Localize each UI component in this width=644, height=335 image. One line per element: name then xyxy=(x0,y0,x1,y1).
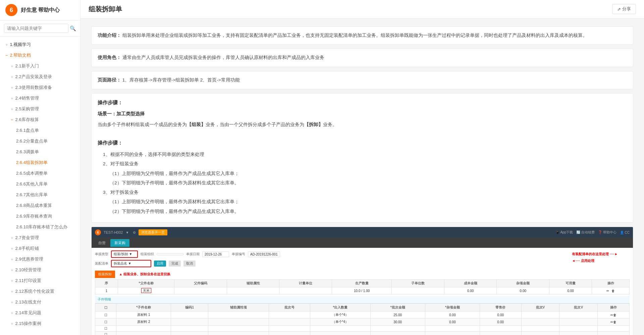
sidebar-item-2-6-4[interactable]: 2.6.4组装拆卸单 xyxy=(0,157,80,168)
nav-label-2-6: 2.6库存核算 xyxy=(15,117,39,123)
sidebar-item-2-1[interactable]: + 2.1新手入门 xyxy=(0,61,80,71)
sidebar-item-2-6-6[interactable]: 2.6.6其他入库单 xyxy=(0,179,80,189)
help-center: ❓ 帮助中心 xyxy=(598,230,616,235)
col-retail: 零售价 xyxy=(480,304,521,312)
nav-label-1: 1.视频学习 xyxy=(10,42,31,48)
sidebar-item-2-6-8[interactable]: 2.6.8商品成本重算 xyxy=(0,200,80,211)
nav-label-2-11: 2.11打印设置 xyxy=(15,278,41,284)
sidebar-item-2-10[interactable]: + 2.10经营管理 xyxy=(0,265,80,275)
feature-intro-text: 组装拆卸单用来处理企业组装或拆卸等加工业务，支持有固定装配清单的产品加工业务，也… xyxy=(122,33,587,38)
sidebar-item-2-15[interactable]: + 2.15操作案例 xyxy=(0,318,80,329)
step2-sub2: （2）下部明细为子件明细，最终作为原材料生成其它出库单。 xyxy=(110,179,627,187)
nav-label-2-9: 2.9优惠券管理 xyxy=(15,256,43,262)
path-text: 1、库存核算->库存管理->组装拆卸单 2、首页->常用功能 xyxy=(122,77,240,82)
sidebar-item-2-14[interactable]: + 2.14常见问题 xyxy=(0,308,80,318)
sidebar-item-2-6-9[interactable]: 2.6.9库存账本查询 xyxy=(0,211,80,222)
col-code1: 编码1 xyxy=(171,304,208,312)
field-value-bom[interactable]: 拆装品名 ▼ xyxy=(111,260,151,267)
col-batch-v1: 批次V xyxy=(521,304,559,312)
header-btn[interactable]: 浏览器新开一页 xyxy=(139,229,167,235)
confirm-btn[interactable]: 完成 xyxy=(169,261,181,267)
enable-btn[interactable]: 启用 xyxy=(154,261,166,267)
plus-icon: + xyxy=(5,42,8,47)
col-parent-code: 父件编码 xyxy=(174,280,227,287)
step2: 2、对于组装业务 xyxy=(103,160,627,168)
col-check: ☐ xyxy=(95,304,116,312)
row-ops-2[interactable]: ✏🗑 xyxy=(610,320,616,324)
feature-intro-block: 功能介绍： 组装拆卸单用来处理企业组装或拆卸等加工业务，支持有固定装配清单的产品… xyxy=(91,26,633,45)
sidebar-item-2-6-2[interactable]: 2.6.2分量盘点单 xyxy=(0,136,80,147)
app-logo: 6 xyxy=(95,229,101,235)
plus-icon-2-8: + xyxy=(11,246,13,251)
role-block: 使用角色： 通常由生产人员或库管人员完成拆装业务的操作，库管人员确认原材料的出库… xyxy=(91,49,633,67)
field-value-date[interactable]: 2019-12-26 xyxy=(202,252,229,257)
nav-tree: + 1.视频学习 − 2.帮助文档 + 2.1新手入门 + 2.2产品安装及登录… xyxy=(0,37,80,335)
sidebar-item-2[interactable]: − 2.帮助文档 xyxy=(0,50,80,61)
row-delete-icon[interactable]: 🗑 xyxy=(611,289,615,293)
minus-icon: − xyxy=(5,53,8,58)
sidebar-item-2-13[interactable]: + 2.13在线支付 xyxy=(0,297,80,308)
step1: 1、根据不同的业务，选择不同单据的类型来处理 xyxy=(103,151,627,159)
path-label: 页面路径： xyxy=(98,77,121,82)
sidebar-item-2-7[interactable]: + 2.7资金管理 xyxy=(0,232,80,243)
cancel-form-btn[interactable]: 取消 xyxy=(183,261,196,267)
plus-icon-2-14: + xyxy=(11,311,13,316)
scene1-title: 场景一：加工类型选择 xyxy=(98,110,627,118)
sidebar-item-2-12[interactable]: + 2.12系统个性化设置 xyxy=(0,286,80,297)
sidebar-item-2-6-1[interactable]: 2.6.1盘点单 xyxy=(0,125,80,136)
sidebar-item-2-6[interactable]: − 2.6库存核算 xyxy=(0,114,80,125)
table-row: ☐ xyxy=(95,326,630,332)
search-button[interactable]: 🔍 xyxy=(70,25,76,32)
row-ops-1[interactable]: ✏🗑 xyxy=(610,313,616,317)
sidebar-item-2-3[interactable]: + 2.3使用前数据准备 xyxy=(0,82,80,93)
sidebar: 6 好生意 帮助中心 🔍 + 1.视频学习 − 2.帮助文档 + 2.1新手入门… xyxy=(0,0,80,335)
search-input[interactable] xyxy=(4,24,68,33)
header-right: 📱 App下载 🔄 自动续费 ❓ 帮助中心 👤 CC xyxy=(555,230,630,235)
sidebar-item-2-6-5[interactable]: 2.6.5成本调整单 xyxy=(0,168,80,179)
app-download: 📱 App下载 xyxy=(555,230,573,235)
sidebar-item-2-8[interactable]: + 2.8手机旺铺 xyxy=(0,243,80,254)
nav-label-2-6-7: 2.6.7其他出库单 xyxy=(16,192,48,198)
mock-form: 单据类型 组装/拆卸 ▼ 组装组织 单据日期 2019-12-26 单据编号 A… xyxy=(92,248,633,335)
plus-icon-2-7: + xyxy=(11,235,13,240)
page-title: 组装拆卸单 xyxy=(89,5,122,14)
content-area: 功能介绍： 组装拆卸单用来处理企业组装或拆卸等加工业务，支持有固定装配清单的产品… xyxy=(80,18,644,335)
sidebar-header: 6 好生意 帮助中心 xyxy=(0,0,80,20)
plus-icon-2-5: + xyxy=(11,107,13,112)
annotation4: ◄── 启用处理 xyxy=(572,259,627,263)
role-text: 通常由生产人员或库管人员完成拆装业务的操作，库管人员确认原材料的出库和产成品的入… xyxy=(122,55,324,60)
sidebar-item-2-5[interactable]: + 2.5采购管理 xyxy=(0,104,80,114)
nav-label-2-14: 2.14常见问题 xyxy=(15,310,41,316)
lower-table-section: 子件明细 ☐ *子件名称 编码1 辅助属性项 批次号 *出入数量 xyxy=(95,296,630,335)
row-edit-icon[interactable]: ✏ xyxy=(606,289,609,293)
tab-zizhi[interactable]: 自营 xyxy=(94,239,110,247)
sidebar-item-2-2[interactable]: + 2.2产品安装及登录 xyxy=(0,71,80,82)
sidebar-item-2-6-3[interactable]: 2.6.3调拨单 xyxy=(0,147,80,157)
step3-sub1: （1）上部明细为父件明细，最终作为原材料生成其它出库单； xyxy=(110,198,627,206)
role-label: 使用角色： xyxy=(98,55,121,60)
user-avatar: 👤 CC xyxy=(620,231,630,234)
sidebar-item-2-4[interactable]: + 2.4销售管理 xyxy=(0,93,80,104)
nav-label-2-7: 2.7资金管理 xyxy=(15,235,39,241)
field-value-type[interactable]: 组装/拆卸 ▼ xyxy=(111,250,138,258)
field-value-org[interactable] xyxy=(157,253,183,255)
sidebar-item-2-6-7[interactable]: 2.6.7其他出库单 xyxy=(0,189,80,200)
sidebar-item-1[interactable]: + 1.视频学习 xyxy=(0,39,80,50)
tab-caigou[interactable]: 新采购 xyxy=(110,239,129,247)
nav-label-2-5: 2.5采购管理 xyxy=(15,106,39,112)
col-misc2: *杂项金额 xyxy=(425,304,480,312)
screenshot-block: 6 TEST-H002 ▼ ⚙ 浏览器新开一页 📱 App下载 🔄 自动续费 ❓… xyxy=(91,227,633,335)
sidebar-item-2-9[interactable]: + 2.9优惠券管理 xyxy=(0,254,80,265)
plus-icon-2-13: + xyxy=(11,300,13,305)
nav-label-2-3: 2.3使用前数据准备 xyxy=(15,85,52,91)
sidebar-item-2-6-10[interactable]: 2.6.10库存账本错了怎么办 xyxy=(0,222,80,232)
share-button[interactable]: ⇗ 分享 xyxy=(612,4,636,14)
col-prod-qty: 生产数量 xyxy=(332,280,392,287)
field-label-date: 单据日期 xyxy=(186,252,200,257)
plus-icon-2-9: + xyxy=(11,257,13,262)
sidebar-item-2-11[interactable]: + 2.11打印设置 xyxy=(0,275,80,286)
field-value-no[interactable]: AD-20191226-001 xyxy=(248,252,280,257)
col-ops: 操作 xyxy=(592,280,630,287)
nav-label-2: 2.帮助文档 xyxy=(10,52,31,58)
minus-icon-2-6: − xyxy=(11,117,13,122)
